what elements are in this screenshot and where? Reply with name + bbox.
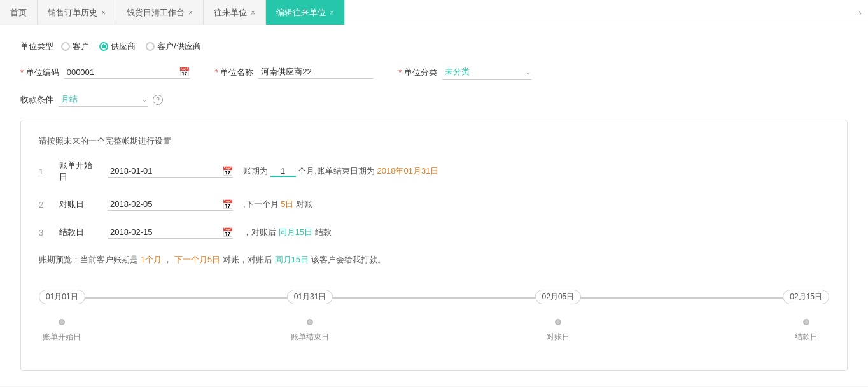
tab-arrow[interactable]: ›	[852, 0, 868, 25]
timeline: 01月01日 账单开始日 01月31日 账单结束日 02月05日 对账日 02月…	[39, 283, 829, 355]
tab-counterpart[interactable]: 往来单位 ×	[204, 0, 266, 25]
timeline-points: 01月01日 账单开始日 01月31日 账单结束日 02月05日 对账日 02月…	[39, 290, 829, 342]
start-date-input-group: 📅	[108, 165, 233, 178]
tl-badge-2: 01月31日	[287, 290, 333, 304]
tl-label-3: 对账日	[547, 332, 570, 342]
radio-circle-both	[146, 42, 155, 51]
content-area: 单位类型 客户 供应商 客户/供应商 单位编码 📅 单位	[0, 25, 868, 386]
unit-type-row: 单位类型 客户 供应商 客户/供应商	[20, 41, 848, 52]
tab-home[interactable]: 首页	[0, 0, 38, 25]
row-type-2: 对账日	[59, 199, 97, 210]
code-icon[interactable]: 📅	[179, 67, 190, 77]
payment-date-calendar-icon[interactable]: 📅	[222, 227, 233, 237]
category-select[interactable]: 未分类 ⌄	[442, 65, 531, 80]
period-months-input[interactable]	[270, 166, 296, 177]
period-desc-3: ，对账后 同月15日 结款	[243, 227, 332, 238]
category-label: 单位分类	[398, 67, 437, 78]
payment-select[interactable]: 月结 ⌄	[59, 92, 148, 107]
radio-circle-customer	[61, 42, 70, 51]
tl-dot-1	[59, 319, 65, 325]
payment-value: 月结	[59, 92, 139, 106]
summary-months: 1个月	[141, 255, 162, 264]
tab-close-counterpart[interactable]: ×	[251, 8, 255, 17]
radio-both[interactable]: 客户/供应商	[146, 41, 201, 52]
start-date-input[interactable]	[108, 165, 220, 177]
tl-label-2: 账单结束日	[291, 332, 329, 342]
name-input[interactable]	[258, 66, 373, 79]
reconcile-date-input[interactable]	[108, 198, 220, 210]
timeline-point-1: 01月01日 账单开始日	[39, 290, 85, 342]
row-type-3: 结款日	[59, 227, 97, 238]
tl-label-4: 结款日	[795, 332, 818, 342]
category-arrow-icon: ⌄	[525, 67, 531, 76]
tab-close-sales-history[interactable]: ×	[101, 8, 106, 17]
period-row-1: 1 账单开始日 📅 账期为 个月,账单结束日期为 2018年01月31日	[39, 160, 829, 183]
row-num-2: 2	[39, 200, 49, 209]
payment-date-input-group: 📅	[108, 226, 233, 239]
period-desc-2: ,下一个月 5日 对账	[243, 199, 312, 210]
summary-reconcile-day: 下一个月5日	[174, 255, 220, 264]
tab-cash-work[interactable]: 钱货日清工作台 ×	[116, 0, 204, 25]
card-instruction: 请按照未来的一个完整帐期进行设置	[39, 136, 829, 147]
code-name-category-row: 单位编码 📅 单位名称 单位分类 未分类 ⌄	[20, 65, 848, 80]
radio-supplier[interactable]: 供应商	[99, 41, 136, 52]
code-input-group: 📅	[64, 66, 190, 79]
timeline-point-2: 01月31日 账单结束日	[287, 290, 333, 342]
timeline-point-3: 02月05日 对账日	[535, 290, 582, 342]
row-num-3: 3	[39, 228, 49, 237]
radio-group-unit-type: 客户 供应商 客户/供应商	[61, 41, 201, 52]
tl-label-1: 账单开始日	[43, 332, 81, 342]
tab-bar: 首页 销售订单历史 × 钱货日清工作台 × 往来单位 × 编辑往来单位 × ›	[0, 0, 868, 25]
field-group-payment: 收款条件 月结 ⌄ ?	[20, 92, 163, 107]
reconcile-date-input-group: 📅	[108, 198, 233, 211]
tab-edit-counterpart[interactable]: 编辑往来单位 ×	[266, 0, 345, 25]
field-group-name: 单位名称	[215, 66, 374, 79]
period-row-2: 2 对账日 📅 ,下一个月 5日 对账	[39, 198, 829, 211]
tab-close-cash-work[interactable]: ×	[188, 8, 193, 17]
payment-arrow-icon: ⌄	[141, 95, 148, 104]
payment-label: 收款条件	[20, 94, 53, 106]
code-input[interactable]	[64, 66, 176, 78]
payment-day-highlight: 同月15日	[279, 227, 312, 237]
payment-date-input[interactable]	[108, 226, 220, 238]
field-group-code: 单位编码 📅	[20, 66, 190, 79]
tl-badge-1: 01月01日	[39, 290, 85, 304]
payment-help-icon[interactable]: ?	[153, 95, 163, 105]
tab-close-edit-counterpart[interactable]: ×	[330, 8, 334, 17]
category-value: 未分类	[442, 65, 522, 79]
period-desc-1: 账期为 个月,账单结束日期为 2018年01月31日	[243, 165, 438, 177]
reconcile-date-calendar-icon[interactable]: 📅	[222, 199, 233, 209]
tl-dot-3	[555, 319, 561, 325]
code-label: 单位编码	[20, 67, 59, 78]
tab-sales-history[interactable]: 销售订单历史 ×	[38, 0, 116, 25]
bill-end-date: 2018年01月31日	[377, 166, 439, 176]
period-summary: 账期预览：当前客户账期是 1个月 ， 下一个月5日 对账，对账后 同月15日 该…	[39, 254, 829, 265]
row-type-1: 账单开始日	[59, 160, 97, 183]
period-row-3: 3 结款日 📅 ，对账后 同月15日 结款	[39, 226, 829, 239]
unit-type-label: 单位类型	[20, 41, 53, 52]
tl-badge-3: 02月05日	[535, 290, 582, 304]
payment-row: 收款条件 月结 ⌄ ?	[20, 92, 848, 107]
radio-customer[interactable]: 客户	[61, 41, 89, 52]
period-card: 请按照未来的一个完整帐期进行设置 1 账单开始日 📅 账期为 个月,账单结束日期…	[20, 120, 848, 371]
reconcile-day-highlight: 5日	[281, 199, 293, 209]
row-num-1: 1	[39, 167, 49, 176]
radio-circle-supplier	[99, 42, 108, 51]
summary-payment-day: 同月15日	[275, 255, 309, 264]
tl-badge-4: 02月15日	[783, 290, 829, 304]
start-date-calendar-icon[interactable]: 📅	[222, 166, 233, 176]
field-group-category: 单位分类 未分类 ⌄	[398, 65, 531, 80]
name-label: 单位名称	[215, 67, 254, 78]
timeline-point-4: 02月15日 结款日	[783, 290, 829, 342]
period-rows: 1 账单开始日 📅 账期为 个月,账单结束日期为 2018年01月31日 2 对…	[39, 160, 829, 239]
tl-dot-4	[803, 319, 809, 325]
tl-dot-2	[307, 319, 313, 325]
